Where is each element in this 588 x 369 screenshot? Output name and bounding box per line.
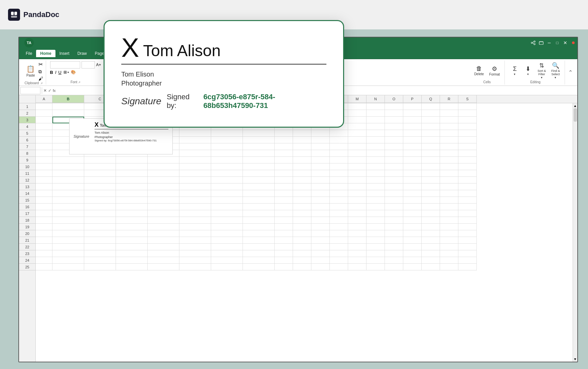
row-14[interactable]: 14 xyxy=(19,190,35,197)
cell-1-13[interactable] xyxy=(366,103,385,110)
cell-22-9[interactable] xyxy=(293,244,311,250)
cell-15-9[interactable] xyxy=(293,197,311,204)
row-8[interactable]: 8 xyxy=(19,150,35,157)
cell-19-7[interactable] xyxy=(243,224,275,230)
cell-10-5[interactable] xyxy=(179,163,211,170)
cell-18-1[interactable] xyxy=(52,217,84,224)
cell-9-14[interactable] xyxy=(385,157,403,163)
cell-19-3[interactable] xyxy=(116,224,148,230)
cell-2-12[interactable] xyxy=(348,110,366,117)
cell-23-12[interactable] xyxy=(348,250,366,257)
cell-16-3[interactable] xyxy=(116,204,148,210)
cell-22-4[interactable] xyxy=(148,244,179,250)
cell-23-0[interactable] xyxy=(36,250,52,257)
cell-23-11[interactable] xyxy=(330,250,348,257)
cell-23-8[interactable] xyxy=(275,250,293,257)
cell-18-6[interactable] xyxy=(211,217,243,224)
cell-19-17[interactable] xyxy=(440,224,458,230)
cell-21-13[interactable] xyxy=(366,237,385,244)
cell-14-4[interactable] xyxy=(148,190,179,197)
cell-11-9[interactable] xyxy=(293,170,311,177)
cell-14-10[interactable] xyxy=(311,190,330,197)
cell-12-1[interactable] xyxy=(52,177,84,183)
row-18[interactable]: 18 xyxy=(19,217,35,224)
cell-10-15[interactable] xyxy=(403,163,422,170)
cell-25-16[interactable] xyxy=(422,264,440,270)
cell-24-3[interactable] xyxy=(116,257,148,264)
cell-2-14[interactable] xyxy=(385,110,403,117)
cell-24-4[interactable] xyxy=(148,257,179,264)
cell-20-9[interactable] xyxy=(293,230,311,237)
cell-12-9[interactable] xyxy=(293,177,311,183)
cell-15-12[interactable] xyxy=(348,197,366,204)
cell-15-8[interactable] xyxy=(275,197,293,204)
cell-3-13[interactable] xyxy=(366,117,385,123)
row-21[interactable]: 21 xyxy=(19,237,35,244)
cell-11-12[interactable] xyxy=(348,170,366,177)
autosum-button[interactable]: Σ ▾ xyxy=(509,65,521,77)
cell-24-14[interactable] xyxy=(385,257,403,264)
cell-11-0[interactable] xyxy=(36,170,52,177)
cell-4-13[interactable] xyxy=(366,123,385,130)
cell-1-16[interactable] xyxy=(422,103,440,110)
cell-13-2[interactable] xyxy=(84,183,116,190)
cell-17-3[interactable] xyxy=(116,210,148,217)
cell-9-15[interactable] xyxy=(403,157,422,163)
cell-7-17[interactable] xyxy=(440,143,458,150)
cell-16-12[interactable] xyxy=(348,204,366,210)
cell-9-6[interactable] xyxy=(211,157,243,163)
cell-19-15[interactable] xyxy=(403,224,422,230)
cell-1-18[interactable] xyxy=(458,103,477,110)
cell-7-15[interactable] xyxy=(403,143,422,150)
col-header-b[interactable]: B xyxy=(52,95,84,103)
cell-23-3[interactable] xyxy=(116,250,148,257)
row-10[interactable]: 10 xyxy=(19,163,35,170)
cell-10-14[interactable] xyxy=(385,163,403,170)
scroll-up-arrow[interactable]: ▲ xyxy=(573,103,577,108)
cell-14-12[interactable] xyxy=(348,190,366,197)
cell-17-15[interactable] xyxy=(403,210,422,217)
cell-17-17[interactable] xyxy=(440,210,458,217)
cell-20-5[interactable] xyxy=(179,230,211,237)
cell-22-8[interactable] xyxy=(275,244,293,250)
cell-14-0[interactable] xyxy=(36,190,52,197)
cell-9-12[interactable] xyxy=(348,157,366,163)
cell-20-14[interactable] xyxy=(385,230,403,237)
cell-11-1[interactable] xyxy=(52,170,84,177)
cell-20-10[interactable] xyxy=(311,230,330,237)
font-grow-icon[interactable]: A+ xyxy=(96,63,101,67)
cell-20-16[interactable] xyxy=(422,230,440,237)
cell-9-4[interactable] xyxy=(148,157,179,163)
cell-13-10[interactable] xyxy=(311,183,330,190)
row-15[interactable]: 15 xyxy=(19,197,35,204)
cell-19-18[interactable] xyxy=(458,224,477,230)
cell-9-18[interactable] xyxy=(458,157,477,163)
row-5[interactable]: 5 xyxy=(19,130,35,137)
cell-21-0[interactable] xyxy=(36,237,52,244)
cell-18-14[interactable] xyxy=(385,217,403,224)
cell-18-13[interactable] xyxy=(366,217,385,224)
cell-14-11[interactable] xyxy=(330,190,348,197)
sort-filter-button[interactable]: ⇅ Sort &Filter ▾ xyxy=(536,61,548,80)
cell-19-0[interactable] xyxy=(36,224,52,230)
cell-11-8[interactable] xyxy=(275,170,293,177)
color-icon[interactable]: 🎨 xyxy=(71,70,76,75)
cell-18-15[interactable] xyxy=(403,217,422,224)
scroll-down-arrow[interactable]: ▼ xyxy=(573,357,577,361)
cell-25-10[interactable] xyxy=(311,264,330,270)
paste-button[interactable]: 📋 Paste xyxy=(24,64,37,78)
cell-4-18[interactable] xyxy=(458,123,477,130)
tab-home[interactable]: Home xyxy=(36,50,55,57)
cell-25-4[interactable] xyxy=(148,264,179,270)
cell-9-13[interactable] xyxy=(366,157,385,163)
cell-15-14[interactable] xyxy=(385,197,403,204)
tab-file[interactable]: File xyxy=(22,50,36,57)
cell-15-13[interactable] xyxy=(366,197,385,204)
col-header-m[interactable]: M xyxy=(348,95,366,103)
cell-12-12[interactable] xyxy=(348,177,366,183)
cell-6-13[interactable] xyxy=(366,137,385,143)
cell-14-17[interactable] xyxy=(440,190,458,197)
cell-15-7[interactable] xyxy=(243,197,275,204)
cell-11-16[interactable] xyxy=(422,170,440,177)
cell-12-17[interactable] xyxy=(440,177,458,183)
